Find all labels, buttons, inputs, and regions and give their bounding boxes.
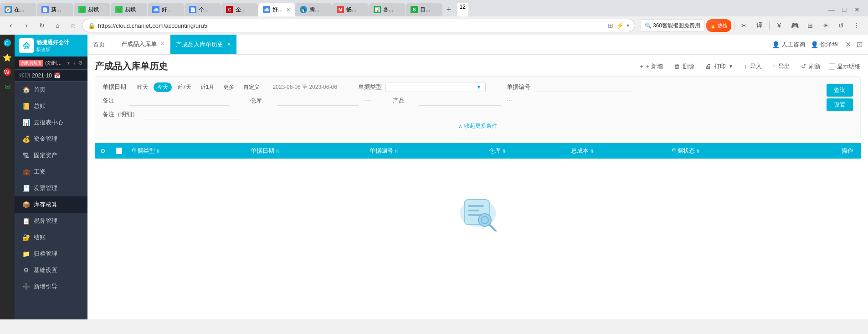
restore-button[interactable]: □ (838, 3, 851, 16)
sidebar-item-close[interactable]: 🔐 结账 (15, 229, 87, 246)
print-dropdown-icon[interactable]: ▼ (729, 64, 733, 69)
calendar-icon[interactable]: 📅 (54, 72, 61, 79)
sidebar-item-inventory[interactable]: 📦 库存核算 (15, 196, 87, 213)
scissors-button[interactable]: ✂ (737, 19, 751, 32)
forward-button[interactable]: › (20, 19, 33, 32)
sidebar-item-salary[interactable]: 💼 工资 (15, 164, 87, 180)
back-button[interactable]: ‹ (5, 19, 17, 32)
billno-input[interactable] (534, 82, 634, 92)
refresh-browser-button[interactable]: ↻ (36, 19, 48, 32)
collapse-bar[interactable]: ∧ 收起更多条件 (103, 119, 853, 133)
refresh-button[interactable]: ↺ 刷新 (798, 61, 823, 72)
warehouse-input[interactable] (277, 96, 359, 106)
sidebar-item-fund[interactable]: 💰 资金管理 (15, 131, 87, 147)
print-button[interactable]: 🖨 打印 ▼ (703, 61, 736, 72)
url-bar[interactable]: 🔒 https://cloud.chanjet.com/accounting/u… (82, 19, 635, 32)
date-btn-custom[interactable]: 自定义 (240, 82, 263, 92)
delete-button[interactable]: 🗑 删除 (671, 61, 697, 72)
sidebar-item-tax[interactable]: 📋 税务管理 (15, 213, 87, 229)
home-browser-button[interactable]: ⌂ (51, 19, 64, 32)
add-button[interactable]: + + 新增 (637, 61, 666, 72)
th-date[interactable]: 单据日期 ⇅ (246, 143, 365, 159)
th-total-cost[interactable]: 总成本 ⇅ (566, 143, 667, 159)
sidebar-item-base[interactable]: ⚙ 基础设置 (15, 262, 87, 278)
date-btn-yesterday[interactable]: 昨天 (134, 82, 152, 92)
bookmark-button[interactable]: ☆ (67, 19, 79, 32)
sidebar-item-assets[interactable]: 🏗 固定资产 (15, 147, 87, 164)
search-button[interactable]: 🔍 360智能抠图免费用 (641, 19, 704, 32)
remark-input[interactable] (129, 96, 229, 106)
date-btn-today[interactable]: 今天 (154, 82, 172, 92)
product-input[interactable] (419, 96, 501, 106)
page-header: 产成品入库单历史 + + 新增 🗑 删除 🖨 打印 ▼ (95, 55, 861, 76)
sidebar-item-newbill[interactable]: ➕ 新增引导 (15, 278, 87, 295)
query-button[interactable]: 查询 (827, 84, 853, 97)
date-btn-1month[interactable]: 近1月 (197, 82, 218, 92)
company-dropdown-icon[interactable]: ▾ (67, 61, 70, 66)
th-no[interactable]: 单据编号 ⇅ (365, 143, 484, 159)
date-btn-7days[interactable]: 近7天 (174, 82, 195, 92)
hot-search-button[interactable]: 🔥 热搜 (706, 19, 731, 32)
browser-tab-3[interactable]: 🌿 易赋 (74, 3, 110, 16)
date-btn-more[interactable]: 更多 (220, 82, 238, 92)
export-button[interactable]: ↑ 导出 (770, 61, 793, 72)
currency-button[interactable]: ¥ (772, 19, 786, 32)
icon-sidebar-weibo[interactable]: W (1, 66, 14, 78)
type-select[interactable]: ▼ (385, 82, 486, 92)
page-tab-list[interactable]: 产成品入库单 ✕ (116, 35, 170, 54)
th-warehouse[interactable]: 仓库 ⇅ (484, 143, 566, 159)
settings-icon[interactable]: ⚙ (78, 60, 83, 66)
browser-tab-7[interactable]: C 企... (221, 3, 258, 16)
user-profile-btn[interactable]: 👤 徐泽华 (811, 41, 838, 49)
th-status[interactable]: 单据状态 ⇅ (667, 143, 786, 159)
add-company-icon[interactable]: + (72, 59, 76, 67)
browser-tab-12[interactable]: S 目... (406, 3, 442, 16)
select-all-checkbox[interactable] (116, 148, 122, 154)
sidebar-item-ledger[interactable]: 📒 总账 (15, 98, 87, 114)
sidebar-item-invoice[interactable]: 🧾 发票管理 (15, 180, 87, 196)
browser-tab-8[interactable]: ☁️ 好... ✕ (258, 3, 295, 16)
close-panel-button[interactable]: ✕ (845, 40, 851, 49)
show-cols-toggle[interactable]: 显示明细 (829, 62, 861, 71)
icon-sidebar-mail[interactable]: ✉ (1, 80, 14, 93)
expand-panel-button[interactable]: ⊡ (857, 40, 863, 49)
th-check[interactable] (111, 143, 127, 159)
browser-tab-9[interactable]: 🐧 腾... (295, 3, 332, 16)
tab-close-8[interactable]: ✕ (286, 7, 290, 13)
sidebar-item-report[interactable]: 📊 云报表中心 (15, 114, 87, 131)
browser-tab-10[interactable]: M 畅... (332, 3, 369, 16)
game-button[interactable]: 🎮 (788, 19, 801, 32)
th-type[interactable]: 单据类型 ⇅ (127, 143, 246, 159)
page-tab-list-close[interactable]: ✕ (160, 41, 164, 47)
grid2-button[interactable]: ⊞ (803, 19, 817, 32)
set-button[interactable]: 设置 (827, 98, 853, 111)
browser-tab-4[interactable]: 🌿 易赋 (111, 3, 147, 16)
page-tab-history[interactable]: 产成品入库单历史 ✕ (170, 35, 236, 54)
more-button[interactable]: ⋮ (850, 19, 863, 32)
breadcrumb-home[interactable]: 首页 (93, 41, 105, 49)
browser-tab-6[interactable]: 📄 个... (185, 3, 221, 16)
th-gear[interactable]: ⚙ (95, 143, 111, 159)
browser-tab-1[interactable]: 🧭 在... (0, 3, 36, 16)
user-service-btn[interactable]: 👤 人工咨询 (772, 41, 805, 49)
new-tab-button[interactable]: + (443, 3, 455, 16)
display-button[interactable]: ☀ (819, 19, 832, 32)
close-window-button[interactable]: ✕ (851, 3, 863, 16)
browser-tab-2[interactable]: 📄 新... (37, 3, 73, 16)
warehouse-more-icon[interactable]: ··· (362, 97, 372, 105)
product-more-icon[interactable]: ··· (505, 97, 514, 105)
icon-sidebar-home[interactable]: C (1, 36, 14, 49)
sidebar-item-label-close: 结账 (34, 233, 46, 242)
sidebar-item-archive[interactable]: 📁 归档管理 (15, 246, 87, 262)
sidebar-item-home[interactable]: 🏠 首页 (15, 82, 87, 98)
translate-button[interactable]: 译 (753, 19, 766, 32)
page-tab-history-close[interactable]: ✕ (227, 41, 231, 47)
import-button[interactable]: ↓ 导入 (741, 61, 765, 72)
browser-tab-5[interactable]: ☁️ 好... (148, 3, 184, 16)
minimize-button[interactable]: — (825, 3, 838, 16)
show-cols-checkbox[interactable] (829, 63, 835, 70)
detail-remark-input[interactable] (142, 109, 242, 119)
redo-button[interactable]: ↺ (834, 19, 848, 32)
icon-sidebar-star[interactable]: ⭐ (1, 51, 14, 64)
browser-tab-11[interactable]: 📊 各... (369, 3, 406, 16)
